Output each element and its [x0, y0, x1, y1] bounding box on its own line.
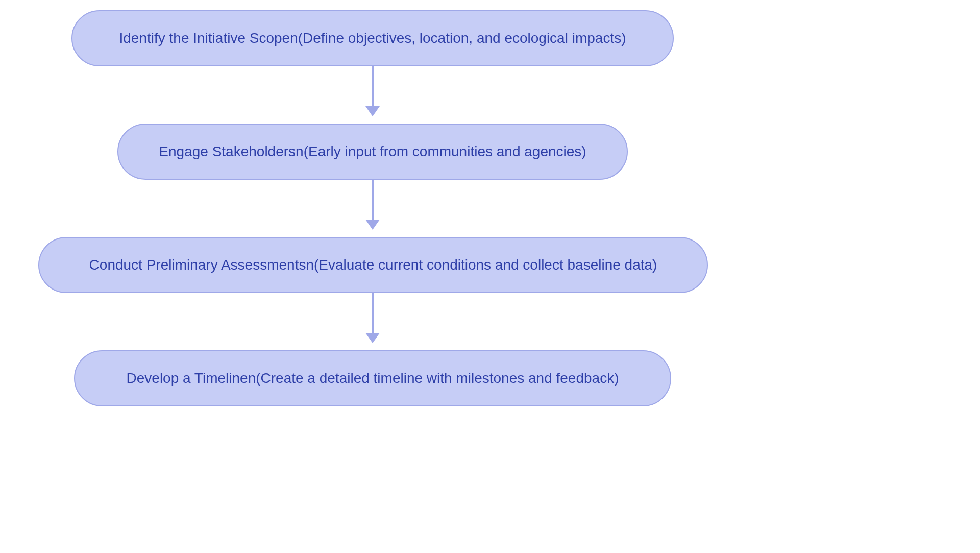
arrow-2-3 — [372, 180, 374, 228]
node-label: Identify the Initiative Scopen(Define ob… — [119, 30, 626, 46]
flowchart-node-2: Engage Stakeholdersn(Early input from co… — [117, 124, 628, 180]
node-label: Engage Stakeholdersn(Early input from co… — [159, 143, 586, 160]
arrow-3-4 — [372, 293, 374, 342]
flowchart-node-3: Conduct Preliminary Assessmentsn(Evaluat… — [38, 237, 708, 293]
node-label: Develop a Timelinen(Create a detailed ti… — [127, 370, 619, 387]
arrow-1-2 — [372, 66, 374, 115]
node-label: Conduct Preliminary Assessmentsn(Evaluat… — [89, 257, 657, 273]
flowchart-node-1: Identify the Initiative Scopen(Define ob… — [71, 10, 674, 66]
flowchart-container: Identify the Initiative Scopen(Define ob… — [0, 0, 980, 553]
flowchart-node-4: Develop a Timelinen(Create a detailed ti… — [74, 350, 671, 406]
